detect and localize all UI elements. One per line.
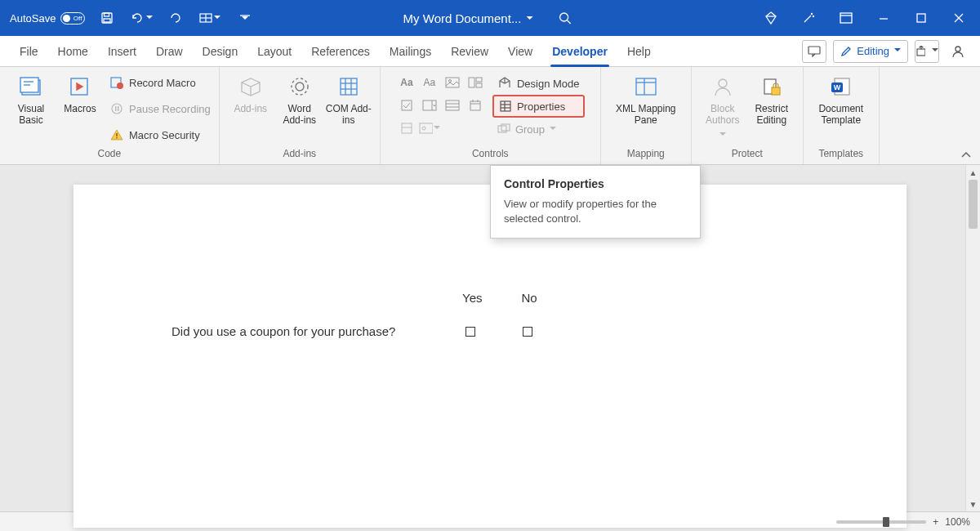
svg-rect-47 (476, 83, 482, 87)
tab-view[interactable]: View (498, 36, 542, 67)
restrict-editing-button[interactable]: Restrict Editing (749, 72, 795, 126)
building-block-control-icon[interactable] (465, 72, 486, 93)
column-header-no: No (521, 291, 537, 305)
checkbox-control-icon[interactable] (396, 95, 417, 116)
svg-rect-38 (341, 78, 357, 95)
com-addins-button[interactable]: COM Add-ins (326, 72, 372, 126)
picture-control-icon[interactable] (442, 72, 463, 93)
editing-mode-button[interactable]: Editing (833, 40, 908, 63)
person-block-icon (711, 76, 734, 97)
collapse-ribbon-button[interactable] (960, 67, 980, 164)
dropdown-control-icon[interactable] (442, 95, 463, 116)
word-addins-button[interactable]: Word Add-ins (277, 72, 323, 126)
ribbon: Visual Basic Macros Record Macro Pause R… (0, 67, 980, 165)
tab-home[interactable]: Home (48, 36, 98, 67)
svg-text:W: W (833, 83, 840, 91)
account-button[interactable] (946, 40, 970, 63)
svg-rect-62 (501, 101, 510, 111)
svg-point-7 (559, 13, 568, 21)
macros-icon (68, 75, 92, 98)
checkbox-yes[interactable] (466, 327, 475, 337)
tab-help[interactable]: Help (617, 36, 661, 67)
tab-mailings[interactable]: Mailings (380, 36, 441, 67)
svg-marker-27 (77, 83, 82, 90)
zoom-slider[interactable] (836, 520, 926, 524)
wand-button[interactable] (792, 0, 825, 36)
minimize-button[interactable] (867, 0, 900, 36)
richtext-control-icon[interactable]: Aa (396, 72, 417, 93)
record-macro-button[interactable]: Record Macro (109, 72, 211, 93)
tab-draw[interactable]: Draw (146, 36, 193, 67)
svg-rect-35 (116, 137, 117, 138)
warning-icon (110, 129, 123, 141)
svg-rect-31 (115, 106, 117, 111)
tab-layout[interactable]: Layout (247, 36, 301, 67)
document-area: Yes No Did you use a coupon for your pur… (0, 165, 980, 511)
tab-developer[interactable]: Developer (542, 36, 617, 67)
group-label: Templates (812, 146, 871, 163)
svg-line-10 (804, 16, 811, 22)
tab-review[interactable]: Review (441, 36, 498, 67)
svg-rect-20 (917, 49, 925, 56)
svg-point-29 (117, 83, 123, 89)
document-template-button[interactable]: W Document Template (812, 72, 871, 126)
redo-icon (169, 11, 182, 25)
svg-point-44 (448, 80, 451, 83)
macro-security-button[interactable]: Macro Security (109, 124, 211, 145)
properties-button[interactable]: Properties (492, 95, 585, 118)
block-authors-button: Block Authors (700, 72, 746, 141)
chevron-down-icon (550, 123, 556, 136)
svg-rect-60 (420, 123, 433, 133)
undo-button[interactable] (129, 6, 154, 30)
document-title[interactable]: My Word Document... (403, 11, 533, 25)
zoom-percent[interactable]: 100% (945, 516, 970, 528)
ribbon-tabs: File Home Insert Draw Design Layout Refe… (0, 36, 980, 67)
tab-file[interactable]: File (10, 36, 48, 67)
restrict-icon (760, 76, 783, 97)
tab-references[interactable]: References (301, 36, 380, 67)
zoom-in-button[interactable]: + (933, 516, 938, 528)
xml-mapping-button[interactable]: XML Mapping Pane (609, 72, 683, 126)
vertical-scrollbar[interactable]: ▲ ▼ (965, 165, 980, 511)
customize-qat-button[interactable] (232, 6, 256, 30)
group-addins: Add-ins Word Add-ins COM Add-ins Add-ins (220, 67, 381, 164)
quick-access-button[interactable] (198, 6, 222, 30)
scroll-down-button[interactable]: ▼ (966, 497, 980, 511)
close-button[interactable] (942, 0, 975, 36)
redo-button[interactable] (163, 6, 188, 30)
svg-rect-1 (105, 13, 109, 16)
search-button[interactable] (552, 6, 577, 30)
toggle-switch-icon: Off (60, 12, 85, 25)
plaintext-control-icon[interactable]: Aa (419, 72, 440, 93)
autosave-toggle[interactable]: AutoSave Off (10, 12, 85, 25)
controls-gallery[interactable]: Aa Aa (396, 72, 486, 139)
checkbox-no[interactable] (523, 327, 532, 337)
svg-rect-58 (402, 123, 412, 133)
group-label: Mapping (609, 146, 683, 163)
group-label: Code (8, 146, 211, 163)
share-button[interactable] (915, 40, 939, 63)
macros-button[interactable]: Macros (57, 72, 103, 114)
design-mode-button[interactable]: Design Mode (492, 72, 585, 95)
diamond-button[interactable] (755, 0, 787, 36)
legacy-tools-icon[interactable] (419, 118, 440, 139)
maximize-button[interactable] (905, 0, 938, 36)
share-icon (915, 46, 925, 57)
scroll-thumb[interactable] (969, 180, 978, 229)
svg-point-12 (813, 16, 814, 17)
chevron-down-icon (146, 12, 153, 25)
scroll-up-button[interactable]: ▲ (966, 165, 980, 180)
datepicker-control-icon[interactable] (465, 95, 486, 116)
combobox-control-icon[interactable] (419, 95, 440, 116)
comments-button[interactable] (802, 40, 826, 63)
save-button[interactable] (95, 6, 119, 30)
repeating-control-icon[interactable] (396, 118, 417, 139)
tooltip-title: Control Properties (504, 177, 687, 190)
visual-basic-button[interactable]: Visual Basic (8, 72, 54, 126)
vb-icon (19, 75, 43, 98)
tab-design[interactable]: Design (193, 36, 248, 67)
window-button[interactable] (830, 0, 862, 36)
record-icon (110, 76, 123, 89)
tab-insert[interactable]: Insert (98, 36, 146, 67)
svg-rect-48 (402, 100, 412, 110)
